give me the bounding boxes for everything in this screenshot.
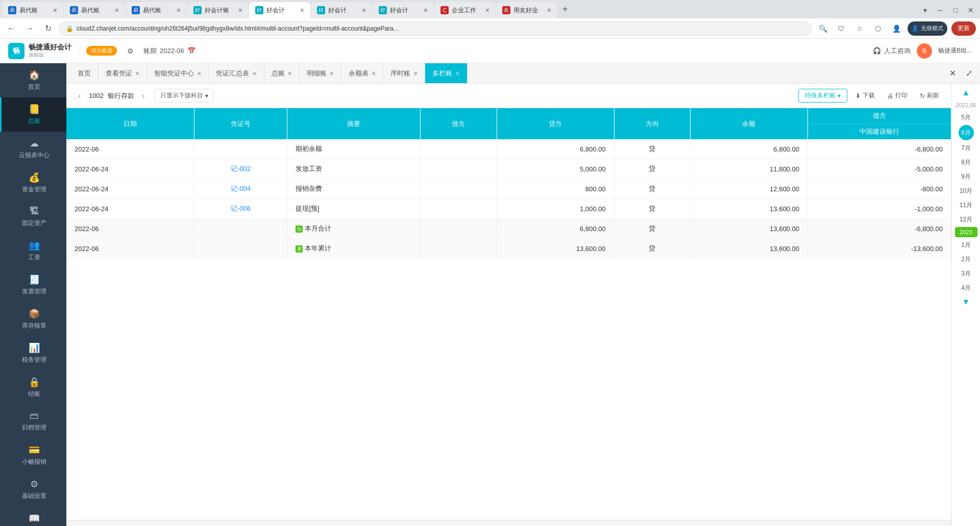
tab-close-9[interactable]: × — [547, 6, 551, 14]
sidebar-item-ledger[interactable]: 📒 总账 — [0, 97, 66, 132]
calendar-scroll-up[interactable]: ▲ — [959, 86, 973, 100]
bookmark-button[interactable]: ☆ — [852, 21, 867, 36]
tab-close-7[interactable]: × — [424, 6, 428, 14]
tab-multi-col[interactable]: 多栏账 × — [425, 63, 467, 83]
browser-tab-2[interactable]: 易 易代账 × — [64, 2, 125, 18]
tab-home[interactable]: 首页 — [70, 63, 99, 83]
tab-close-6[interactable]: × — [362, 6, 366, 14]
browser-tab-7[interactable]: 好 好会计 × — [373, 2, 434, 18]
refresh-button[interactable]: ↻ 刷新 — [916, 89, 943, 102]
browser-tab-1[interactable]: 易 易代账 × — [2, 2, 63, 18]
tab-close-1[interactable]: × — [53, 6, 57, 14]
tab-dropdown-button[interactable]: ▾ — [918, 3, 932, 17]
sidebar-item-guide[interactable]: 📖 新手引导 — [0, 507, 66, 526]
row1-voucher[interactable]: 记-002 — [194, 159, 287, 179]
sidebar-item-tax[interactable]: 📊 税务管理 — [0, 336, 66, 370]
sidebar-item-cloud-report[interactable]: ☁ 云报表中心 — [0, 132, 66, 166]
expand-panel-button[interactable]: ⤢ — [962, 66, 976, 81]
tab-close-3[interactable]: × — [177, 6, 181, 14]
tab-detail-ledger-close[interactable]: × — [330, 69, 334, 78]
tab-view-voucher-close[interactable]: × — [135, 69, 139, 78]
cal-month-jan[interactable]: 1月 — [955, 238, 977, 252]
incognito-button[interactable]: 👤 无痕模式 — [908, 21, 947, 36]
row2-voucher[interactable]: 记-004 — [194, 179, 287, 199]
search-button[interactable]: 🔍 — [816, 21, 830, 36]
tab-voucher-summary-close[interactable]: × — [252, 69, 256, 78]
tab-general-ledger-close[interactable]: × — [288, 69, 292, 78]
cal-month-feb[interactable]: 2月 — [955, 253, 977, 266]
tab-voucher-summary[interactable]: 凭证汇总表 × — [209, 63, 264, 83]
tab-label-4: 好会计账 — [205, 6, 235, 15]
sidebar-label-invoice: 发票管理 — [22, 287, 46, 296]
calendar-scroll-down[interactable]: ▼ — [959, 295, 973, 309]
browser-tab-6[interactable]: 好 好会计 × — [311, 2, 372, 18]
forward-button[interactable]: → — [22, 21, 37, 36]
browser-tab-4[interactable]: 好 好会计账 × — [187, 2, 249, 18]
cal-month-mar[interactable]: 3月 — [955, 267, 977, 280]
tab-smart-voucher[interactable]: 智能凭证中心 × — [147, 63, 209, 83]
filter-dropdown[interactable]: 只显示下级科目 ▾ — [155, 89, 214, 103]
tab-view-voucher[interactable]: 查看凭证 × — [99, 63, 147, 83]
url-bar[interactable]: 🔒 cloud2.chanjet.com/accounting/uh26t264… — [59, 21, 812, 36]
tab-smart-voucher-close[interactable]: × — [197, 69, 201, 78]
cloud-icon: ☁ — [30, 138, 39, 149]
cal-month-nov[interactable]: 11月 — [955, 198, 977, 212]
back-button[interactable]: ← — [4, 21, 18, 36]
sidebar-item-archive[interactable]: 🗃 归档管理 — [0, 405, 66, 438]
cal-month-sep[interactable]: 9月 — [955, 170, 977, 183]
summary-badge-monthly: 合 — [296, 226, 303, 233]
cal-month-dec[interactable]: 12月 — [955, 213, 977, 226]
extension-button[interactable]: ⬡ — [871, 21, 885, 36]
print-button[interactable]: 🖨 打印 — [883, 89, 912, 102]
close-window-button[interactable]: ✕ — [964, 3, 978, 17]
profile-button[interactable]: 👤 — [889, 21, 903, 36]
header-settings-icon[interactable]: ⚙ — [123, 44, 137, 58]
tab-detail-ledger[interactable]: 明细账 × — [300, 63, 341, 83]
next-account-button[interactable]: › — [138, 91, 149, 101]
shield-button[interactable]: 🛡 — [834, 21, 848, 36]
cal-month-apr[interactable]: 4月 — [955, 281, 977, 294]
sidebar-item-payroll[interactable]: 👥 工资 — [0, 234, 66, 268]
download-button[interactable]: ⬇ 下载 — [851, 89, 879, 102]
calendar-icon[interactable]: 📅 — [187, 47, 195, 55]
cal-month-jul[interactable]: 7月 — [955, 141, 977, 155]
close-panel-button[interactable]: ✕ — [945, 66, 960, 81]
sidebar-item-home[interactable]: 🏠 首页 — [0, 63, 66, 97]
update-button[interactable]: 更新 — [951, 21, 976, 36]
new-tab-button[interactable]: + — [558, 2, 572, 16]
bottom-scrollbar[interactable] — [66, 520, 951, 526]
browser-tab-3[interactable]: 易 易代账 × — [126, 2, 187, 18]
tab-time-ledger[interactable]: 序时账 × — [383, 63, 425, 83]
tab-multi-col-close[interactable]: × — [455, 69, 459, 78]
browser-tab-9[interactable]: 友 用友好业 × — [496, 2, 557, 18]
tab-balance-table-close[interactable]: × — [372, 69, 376, 78]
sidebar-item-funds[interactable]: 💰 资金管理 — [0, 166, 66, 200]
tab-general-ledger[interactable]: 总账 × — [264, 63, 300, 83]
reload-button[interactable]: ↻ — [41, 21, 55, 36]
tab-close-5[interactable]: × — [300, 6, 304, 14]
restore-button[interactable]: □ — [948, 3, 963, 17]
sidebar-item-fixed-assets[interactable]: 🏗 固定资产 — [0, 200, 66, 234]
browser-tab-8[interactable]: C 企业工作 × — [434, 2, 496, 18]
browser-tab-5[interactable]: 好 好会计 × — [249, 2, 310, 18]
tab-close-4[interactable]: × — [238, 6, 242, 14]
prev-account-button[interactable]: ‹ — [75, 91, 85, 101]
sidebar-item-closing[interactable]: 🔒 结账 — [0, 370, 66, 405]
cal-month-aug[interactable]: 8月 — [955, 156, 977, 169]
tab-close-2[interactable]: × — [115, 6, 119, 14]
cal-month-may[interactable]: 5月 — [955, 111, 977, 124]
sidebar-item-expense[interactable]: 💳 小畅报销 — [0, 438, 66, 472]
tab-balance-table[interactable]: 余额表 × — [341, 63, 383, 83]
multi-col-button[interactable]: 特殊多栏账 ▾ — [798, 89, 847, 103]
row3-voucher[interactable]: 记-006 — [194, 199, 287, 219]
tab-close-8[interactable]: × — [485, 6, 489, 14]
sidebar-item-settings[interactable]: ⚙ 基础设置 — [0, 472, 66, 507]
cal-month-oct[interactable]: 10月 — [955, 184, 977, 197]
cal-month-jun[interactable]: 6月 — [959, 125, 974, 140]
sidebar-item-invoice[interactable]: 🧾 发票管理 — [0, 268, 66, 302]
ai-consult-button[interactable]: 🎧 人工咨询 — [873, 46, 911, 56]
tab-time-ledger-close[interactable]: × — [413, 69, 418, 78]
minimize-button[interactable]: ─ — [933, 3, 947, 17]
sidebar-item-inventory[interactable]: 📦 库存核算 — [0, 302, 66, 336]
sidebar-label-tax: 税务管理 — [22, 356, 46, 364]
